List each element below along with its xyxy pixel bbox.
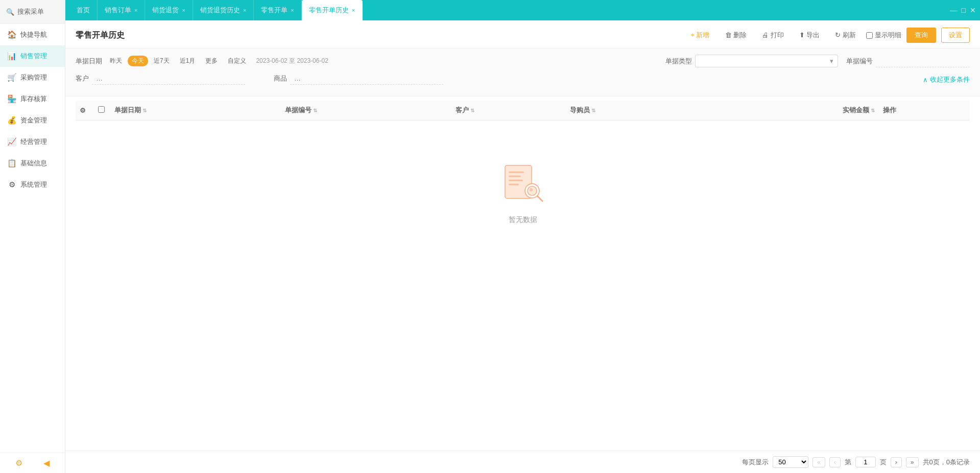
sidebar-item-ops-mgmt[interactable]: 📈 经营管理 (0, 131, 65, 153)
tab-bar: 首页 销售订单 × 销货退货 × 销货退货历史 × 零售开单 × 零售开单历史 … (65, 0, 980, 20)
finance-icon: 💰 (7, 116, 16, 125)
customer-filter: 客户 (76, 72, 245, 85)
tab-retail-open-label: 零售开单 (261, 6, 288, 15)
sidebar-search[interactable]: 🔍 搜索采单 (0, 0, 65, 24)
sidebar-item-purchase-mgmt[interactable]: 🛒 采购管理 (0, 67, 65, 88)
doc-no-filter: 单据编号 (846, 55, 970, 67)
th-ops: 操作 (879, 101, 970, 120)
product-label: 商品 (274, 74, 287, 83)
settings-button[interactable]: 设置 (941, 28, 970, 43)
svg-line-7 (537, 196, 542, 201)
tab-sales-return[interactable]: 销货退货 × (145, 0, 193, 20)
date-range-display: 2023-06-02 至 2023-06-02 (256, 57, 328, 65)
doc-type-select[interactable]: ▾ (695, 55, 838, 67)
export-button[interactable]: ⬆ 导出 (794, 28, 825, 42)
page-title: 零售开单历史 (76, 30, 125, 41)
settings-icon[interactable]: ⚙ (80, 107, 86, 114)
th-settings: ⚙ (76, 101, 94, 120)
sidebar-collapse-btn[interactable]: ◀ (43, 458, 50, 468)
search-icon: 🔍 (6, 8, 14, 16)
date-more-btn[interactable]: 更多 (201, 55, 222, 67)
collapse-button[interactable]: ∧ 收起更多条件 (923, 75, 970, 84)
sort-icon-guide[interactable]: ⇅ (591, 108, 595, 113)
window-maximize-btn[interactable]: □ (962, 6, 966, 14)
sidebar-item-quick-nav[interactable]: 🏠 快捷导航 (0, 24, 65, 45)
empty-text: 暂无数据 (509, 215, 537, 225)
customer-label: 客户 (76, 74, 89, 83)
purchase-icon: 🛒 (7, 73, 16, 82)
tab-home[interactable]: 首页 (69, 0, 98, 20)
refresh-button[interactable]: ↻ 刷新 (830, 28, 861, 42)
chevron-down-icon: ▾ (830, 57, 833, 65)
product-filter: 商品 (274, 72, 443, 85)
sidebar-item-sys-mgmt[interactable]: ⚙ 系统管理 (0, 174, 65, 195)
date-last-month-btn[interactable]: 近1月 (175, 55, 200, 67)
basic-icon: 📋 (7, 159, 16, 168)
page-number-input[interactable]: 1 (855, 457, 876, 467)
th-date: 单据日期 ⇅ (110, 101, 281, 120)
filter-row-1: 单据日期 昨天 今天 近7天 近1月 更多 自定义 2023-06-02 至 2… (76, 55, 970, 67)
doc-no-input[interactable] (876, 55, 970, 67)
sidebar-item-basic-info[interactable]: 📋 基础信息 (0, 153, 65, 174)
sort-icon-date[interactable]: ⇅ (142, 108, 147, 113)
last-page-btn[interactable]: » (906, 457, 919, 467)
date-custom-btn[interactable]: 自定义 (223, 55, 251, 67)
tab-retail-history[interactable]: 零售开单历史 × (302, 0, 363, 20)
table-body: 暂无数据 (76, 120, 970, 266)
page-size-select[interactable]: 50 20 100 (773, 456, 808, 468)
window-controls: — □ ✕ (950, 6, 976, 14)
sidebar-item-inventory[interactable]: 🏪 库存核算 (0, 88, 65, 110)
sidebar-item-finance[interactable]: 💰 资金管理 (0, 110, 65, 131)
sidebar-search-label: 搜索采单 (17, 7, 44, 16)
add-button[interactable]: + 新增 (685, 28, 714, 42)
tab-retail-history-close[interactable]: × (352, 7, 355, 13)
prev-page-btn[interactable]: ‹ (829, 457, 841, 467)
window-close-btn[interactable]: ✕ (970, 6, 976, 14)
print-button[interactable]: 🖨 打印 (757, 28, 789, 42)
tab-sales-return-label: 销货退货 (152, 6, 179, 15)
first-page-btn[interactable]: « (812, 457, 825, 467)
tab-retail-open[interactable]: 零售开单 × (254, 0, 301, 20)
sidebar-item-label: 基础信息 (20, 159, 47, 168)
sidebar-settings-btn[interactable]: ⚙ (15, 458, 22, 468)
sidebar-item-sales-mgmt[interactable]: 📊 销售管理 (0, 45, 65, 67)
sort-icon-no[interactable]: ⇅ (313, 108, 317, 113)
select-all-checkbox[interactable] (98, 106, 105, 113)
svg-rect-3 (509, 180, 523, 181)
sidebar-item-label: 系统管理 (20, 180, 47, 189)
delete-button[interactable]: 🗑 删除 (720, 28, 752, 42)
th-check (94, 101, 110, 120)
table-area: ⚙ 单据日期 ⇅ 单据编号 (65, 96, 980, 451)
sort-icon-customer[interactable]: ⇅ (470, 108, 474, 113)
header-actions: + 新增 🗑 删除 🖨 打印 ⬆ 导出 ↻ 刷新 显示明细 查询 设置 (685, 28, 970, 43)
query-button[interactable]: 查询 (906, 28, 936, 43)
customer-input[interactable] (92, 72, 245, 85)
product-input[interactable] (290, 72, 443, 85)
date-today-btn[interactable]: 今天 (128, 56, 148, 66)
th-ops-label: 操作 (883, 106, 896, 114)
next-page-btn[interactable]: › (891, 457, 902, 467)
table-head: ⚙ 单据日期 ⇅ 单据编号 (76, 101, 970, 120)
inventory-icon: 🏪 (7, 94, 16, 104)
empty-illustration (497, 161, 548, 207)
tab-sales-order[interactable]: 销售订单 × (98, 0, 145, 20)
home-icon: 🏠 (7, 30, 16, 39)
tab-sales-order-label: 销售订单 (105, 6, 131, 15)
tab-sales-return-history-close[interactable]: × (243, 7, 246, 13)
tab-sales-order-close[interactable]: × (134, 7, 137, 13)
date-yesterday-btn[interactable]: 昨天 (105, 55, 127, 67)
date-last7-btn[interactable]: 近7天 (149, 55, 174, 67)
show-detail-input[interactable] (866, 32, 873, 39)
sidebar-item-label: 资金管理 (20, 116, 47, 125)
window-minimize-btn[interactable]: — (950, 6, 958, 14)
tab-sales-return-history[interactable]: 销货退货历史 × (193, 0, 254, 20)
tab-sales-return-close[interactable]: × (182, 7, 185, 13)
th-no: 单据编号 ⇅ (281, 101, 451, 120)
svg-rect-2 (509, 176, 521, 177)
sort-icon-amount[interactable]: ⇅ (871, 108, 875, 113)
th-customer: 客户 ⇅ (451, 101, 566, 120)
main-area: 首页 销售订单 × 销货退货 × 销货退货历史 × 零售开单 × 零售开单历史 … (65, 0, 980, 473)
page-unit: 页 (880, 458, 887, 467)
show-detail-checkbox[interactable]: 显示明细 (866, 31, 901, 40)
tab-retail-open-close[interactable]: × (291, 7, 294, 13)
